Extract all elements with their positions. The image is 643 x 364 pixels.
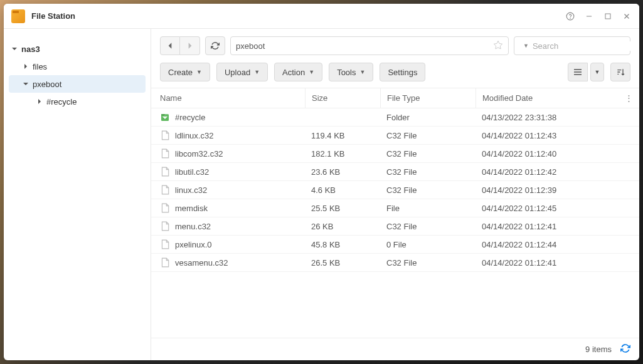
close-button[interactable] bbox=[622, 11, 632, 21]
item-count: 9 items bbox=[585, 345, 612, 354]
file-row[interactable]: memdisk25.5 KBFile04/14/2022 01:12:45 bbox=[151, 199, 639, 217]
help-button[interactable] bbox=[565, 11, 575, 21]
file-date: 04/14/2022 01:12:42 bbox=[476, 167, 639, 177]
app-icon bbox=[11, 9, 25, 23]
file-row[interactable]: menu.c3226 KBC32 File04/14/2022 01:12:41 bbox=[151, 217, 639, 236]
file-type: C32 File bbox=[380, 167, 476, 177]
col-header-type[interactable]: File Type bbox=[380, 88, 476, 108]
file-type: Folder bbox=[380, 113, 476, 122]
svg-point-1 bbox=[570, 18, 571, 18]
file-name: memdisk bbox=[175, 204, 208, 213]
file-row[interactable]: pxelinux.045.8 KB0 File04/14/2022 01:12:… bbox=[151, 236, 639, 254]
action-button[interactable]: Action▼ bbox=[274, 63, 322, 81]
col-header-size[interactable]: Size bbox=[305, 88, 380, 108]
folder-icon bbox=[160, 112, 170, 122]
file-station-window: File Station nas3 filespxeboo bbox=[4, 4, 639, 360]
tree-root[interactable]: nas3 bbox=[4, 40, 151, 58]
refresh-button[interactable] bbox=[205, 36, 225, 55]
path-current: pxeboot bbox=[236, 41, 265, 51]
file-name: pxelinux.0 bbox=[175, 240, 212, 249]
file-date: 04/14/2022 01:12:44 bbox=[476, 240, 639, 249]
sidebar: nas3 filespxeboot#recycle bbox=[4, 29, 151, 360]
file-icon bbox=[160, 148, 170, 159]
file-list: Name Size File Type Modified Date ⋮ #rec… bbox=[151, 88, 639, 338]
svg-marker-6 bbox=[494, 41, 502, 49]
maximize-button[interactable] bbox=[603, 11, 613, 21]
file-size: 25.5 KB bbox=[305, 204, 380, 213]
chevron-icon bbox=[21, 80, 30, 88]
file-type: C32 File bbox=[380, 149, 476, 159]
tree-item-label: #recycle bbox=[46, 97, 77, 107]
nav-back-button[interactable] bbox=[160, 36, 180, 55]
file-type: C32 File bbox=[380, 185, 476, 195]
settings-button[interactable]: Settings bbox=[380, 63, 425, 81]
search-input[interactable] bbox=[533, 41, 638, 51]
file-name: linux.c32 bbox=[175, 185, 207, 195]
upload-button[interactable]: Upload▼ bbox=[216, 63, 268, 81]
file-name: libutil.c32 bbox=[175, 167, 209, 177]
file-date: 04/14/2022 01:12:41 bbox=[476, 222, 639, 231]
file-icon bbox=[160, 221, 170, 231]
main-panel: pxeboot ▼ Create▼ Upload▼ Action▼ Tools▼… bbox=[151, 29, 639, 360]
tree-item-label: pxeboot bbox=[33, 80, 61, 89]
column-menu-icon[interactable]: ⋮ bbox=[625, 93, 633, 103]
file-type: C32 File bbox=[380, 131, 476, 140]
tools-button[interactable]: Tools▼ bbox=[329, 63, 373, 81]
favorite-star-icon[interactable] bbox=[493, 40, 503, 52]
file-name: menu.c32 bbox=[175, 222, 211, 231]
file-icon bbox=[160, 239, 170, 249]
file-icon bbox=[160, 167, 170, 177]
search-dropdown-icon[interactable]: ▼ bbox=[523, 43, 529, 49]
file-type: File bbox=[380, 204, 476, 213]
file-size: 23.6 KB bbox=[305, 167, 380, 177]
file-row[interactable]: vesamenu.c3226.5 KBC32 File04/14/2022 01… bbox=[151, 254, 639, 272]
sort-button[interactable] bbox=[610, 63, 630, 81]
chevron-icon bbox=[35, 97, 44, 106]
path-bar[interactable]: pxeboot bbox=[230, 36, 509, 55]
file-date: 04/14/2022 01:12:40 bbox=[476, 149, 639, 159]
chevron-icon bbox=[21, 62, 30, 71]
file-name: libcom32.c32 bbox=[175, 149, 223, 159]
sidebar-item-pxeboot[interactable]: pxeboot bbox=[9, 75, 146, 93]
file-date: 04/14/2022 01:12:45 bbox=[476, 204, 639, 213]
file-size: 119.4 KB bbox=[305, 131, 380, 140]
search-box[interactable]: ▼ bbox=[514, 36, 630, 55]
svg-rect-3 bbox=[605, 14, 610, 19]
col-header-date[interactable]: Modified Date bbox=[476, 88, 639, 108]
file-row[interactable]: libcom32.c32182.1 KBC32 File04/14/2022 0… bbox=[151, 145, 639, 163]
statusbar-refresh-button[interactable] bbox=[620, 343, 630, 355]
minimize-button[interactable] bbox=[584, 11, 594, 21]
view-dropdown-button[interactable]: ▼ bbox=[590, 63, 604, 81]
tree-root-label: nas3 bbox=[21, 44, 40, 54]
file-row[interactable]: linux.c324.6 KBC32 File04/14/2022 01:12:… bbox=[151, 181, 639, 199]
file-date: 04/14/2022 01:12:39 bbox=[476, 185, 639, 195]
file-icon bbox=[160, 185, 170, 195]
titlebar: File Station bbox=[4, 4, 639, 29]
file-date: 04/14/2022 01:12:41 bbox=[476, 258, 639, 268]
column-headers: Name Size File Type Modified Date ⋮ bbox=[151, 88, 639, 108]
app-title: File Station bbox=[31, 11, 565, 21]
file-size: 26 KB bbox=[305, 222, 380, 231]
sidebar-item-recycle[interactable]: #recycle bbox=[4, 93, 151, 110]
file-row[interactable]: ldlinux.c32119.4 KBC32 File04/14/2022 01… bbox=[151, 127, 639, 145]
file-size: 4.6 KB bbox=[305, 185, 380, 195]
file-icon bbox=[160, 203, 170, 213]
file-type: C32 File bbox=[380, 222, 476, 231]
file-name: vesamenu.c32 bbox=[175, 258, 228, 268]
sidebar-item-files[interactable]: files bbox=[4, 58, 151, 75]
tree-item-label: files bbox=[33, 62, 47, 71]
col-header-name[interactable]: Name bbox=[151, 93, 305, 103]
view-list-button[interactable] bbox=[568, 63, 588, 81]
file-name: ldlinux.c32 bbox=[175, 131, 213, 140]
nav-forward-button[interactable] bbox=[180, 36, 200, 55]
file-icon bbox=[160, 257, 170, 268]
statusbar: 9 items bbox=[151, 338, 639, 360]
file-date: 04/13/2022 23:31:38 bbox=[476, 113, 639, 122]
file-type: C32 File bbox=[380, 258, 476, 268]
file-row[interactable]: #recycleFolder04/13/2022 23:31:38 bbox=[151, 108, 639, 127]
create-button[interactable]: Create▼ bbox=[160, 63, 210, 81]
file-size: 45.8 KB bbox=[305, 240, 380, 249]
file-name: #recycle bbox=[175, 113, 205, 122]
file-date: 04/14/2022 01:12:43 bbox=[476, 131, 639, 140]
file-row[interactable]: libutil.c3223.6 KBC32 File04/14/2022 01:… bbox=[151, 163, 639, 181]
